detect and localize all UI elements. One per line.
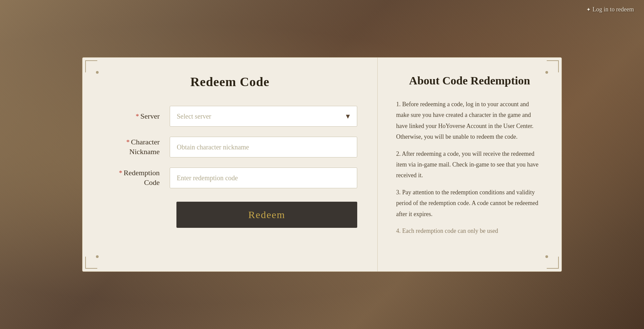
info-text-container: 1. Before redeeming a code, log in to yo… bbox=[396, 99, 543, 236]
nickname-input[interactable] bbox=[170, 137, 357, 157]
server-control-wrapper: Select server America Europe Asia TW, HK… bbox=[170, 106, 357, 127]
code-row: *RedemptionCode bbox=[103, 168, 357, 188]
submit-row: Redeem bbox=[103, 198, 357, 228]
redeem-dialog: Redeem Code *Server Select server Americ… bbox=[82, 57, 562, 272]
nickname-label-line2: Nickname bbox=[129, 147, 160, 156]
server-label: *Server bbox=[103, 112, 163, 121]
login-button[interactable]: ✦ Log in to redeem bbox=[586, 6, 634, 13]
form-body: *Server Select server America Europe Asi… bbox=[103, 106, 357, 228]
code-input[interactable] bbox=[170, 168, 357, 188]
nickname-row: *CharacterNickname bbox=[103, 137, 357, 157]
info-title: About Code Redemption bbox=[396, 74, 543, 87]
code-label-line1: Redemption bbox=[123, 169, 160, 177]
nickname-control-wrapper bbox=[170, 137, 357, 157]
login-label: Log in to redeem bbox=[593, 6, 634, 13]
nickname-required-star: * bbox=[126, 138, 130, 146]
form-panel: Redeem Code *Server Select server Americ… bbox=[83, 58, 378, 271]
server-select-wrapper: Select server America Europe Asia TW, HK… bbox=[170, 106, 357, 127]
server-row: *Server Select server America Europe Asi… bbox=[103, 106, 357, 127]
server-select[interactable]: Select server America Europe Asia TW, HK… bbox=[170, 106, 357, 127]
corner-decoration-tr bbox=[547, 60, 559, 72]
info-panel: About Code Redemption 1. Before redeemin… bbox=[378, 58, 561, 271]
form-title: Redeem Code bbox=[191, 74, 270, 89]
corner-decoration-br bbox=[547, 257, 559, 269]
code-required-star: * bbox=[119, 169, 122, 177]
code-control-wrapper bbox=[170, 168, 357, 188]
submit-control-wrapper: Redeem bbox=[176, 198, 357, 228]
info-item-2: 2. After redeeming a code, you will rece… bbox=[396, 148, 543, 181]
info-item-3: 3. Pay attention to the redemption condi… bbox=[396, 187, 543, 219]
server-required-star: * bbox=[136, 113, 139, 120]
sparkle-icon: ✦ bbox=[586, 6, 591, 13]
code-label-line2: Code bbox=[144, 178, 160, 187]
corner-decoration-bl bbox=[85, 257, 97, 269]
code-label: *RedemptionCode bbox=[103, 168, 163, 187]
info-item-1: 1. Before redeeming a code, log in to yo… bbox=[396, 99, 543, 142]
nickname-label: *CharacterNickname bbox=[103, 137, 163, 156]
corner-decoration-tl bbox=[85, 60, 97, 72]
info-item-4: 4. Each redemption code can only be used bbox=[396, 225, 543, 236]
redeem-button[interactable]: Redeem bbox=[176, 202, 357, 228]
nickname-label-line1: Character bbox=[131, 138, 160, 146]
